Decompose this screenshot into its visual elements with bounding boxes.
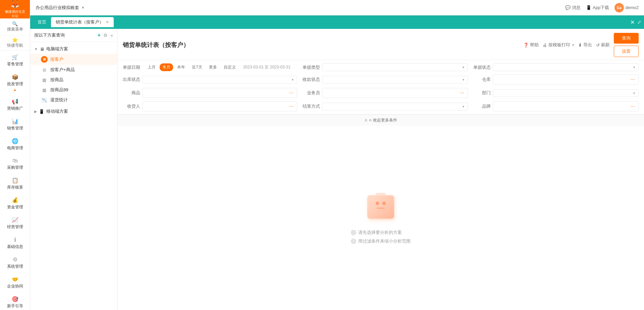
scheme-by-customer-goods[interactable]: ⊞ 按客户+商品 [30, 65, 117, 75]
scheme-return-stat[interactable]: 📉 退货统计 [30, 95, 117, 105]
dept-label: 部门 [473, 90, 491, 96]
empty-face [371, 199, 390, 211]
sidebar-item-wholesale[interactable]: 📦 批发管理 ▲ [0, 70, 30, 95]
left-panel-icons: + ⚙ « [98, 32, 113, 38]
doc-status-arrow: ▾ [633, 65, 635, 69]
dept-select[interactable]: ▾ [493, 89, 639, 97]
warehouse-dots-icon[interactable]: ··· [631, 76, 635, 83]
brand-dots-icon[interactable]: ··· [631, 103, 635, 109]
filter-cell-goods: 商品 ··· [123, 88, 297, 98]
by-customer-icon: 按 [41, 56, 48, 63]
date-tab-custom[interactable]: 自定义 [221, 63, 238, 71]
salesperson-input[interactable]: ··· [322, 88, 468, 98]
consignee-input[interactable]: ··· [142, 101, 297, 111]
sidebar-item-basic-info[interactable]: ℹ 基础信息 [0, 233, 30, 253]
left-panel-header: 按以下方案查询 + ⚙ « [30, 29, 117, 42]
out-status-select[interactable]: ▾ [142, 76, 297, 84]
tab-sales-stat[interactable]: 销货单统计表（按客户） ✕ [51, 17, 114, 27]
sidebar-item-newbie[interactable]: 🎯 新手引导 [0, 293, 30, 310]
by-goods99-icon: ▦ [41, 88, 48, 93]
basic-info-icon: ℹ [14, 237, 16, 243]
date-tab-thismonth[interactable]: 本月 [160, 63, 173, 71]
empty-illustration [361, 192, 401, 225]
scheme-by-goods[interactable]: ▦ 按商品 [30, 75, 117, 85]
search-menu[interactable]: 🔍 搜索菜单 [0, 18, 30, 35]
newbie-icon: 🎯 [12, 296, 18, 302]
by-goods-label: 按商品 [50, 77, 63, 83]
scheme-by-customer[interactable]: 按 按客户 [30, 54, 117, 65]
tip-text-1: 请先选择要分析的方案 [358, 229, 402, 236]
filter-cell-consignee: 收货人 ··· [123, 101, 297, 111]
goods-input[interactable]: ··· [142, 88, 297, 98]
mobile-scheme-root[interactable]: ▶ 📱 移动端方案 [30, 106, 117, 116]
message-btn[interactable]: 💬 消息 [565, 5, 581, 11]
filter-cell-salesperson: 业务员 ··· [303, 88, 468, 98]
settings-button[interactable]: 设置 [614, 46, 639, 57]
sidebar-item-enterprise[interactable]: 🤝 企业协同 [0, 273, 30, 293]
query-button[interactable]: 查询 [614, 33, 639, 44]
settlement-select[interactable]: ▾ [322, 103, 468, 110]
fullscreen-icon[interactable]: ⤢ [637, 19, 641, 25]
sidebar-item-operation[interactable]: 📈 经营管理 [0, 213, 30, 233]
collapse-label: ∧ 收起更多条件 [369, 118, 397, 122]
goods-dots-icon[interactable]: ··· [289, 90, 293, 96]
sidebar-item-sales[interactable]: 📊 销售管理 [0, 115, 30, 135]
refresh-icon: ↺ [596, 43, 600, 48]
topbar-company: 办公用品行业模拟账套 ▾ [36, 5, 84, 11]
desktop-scheme-label: 电脑端方案 [46, 46, 68, 52]
sidebar-item-system[interactable]: ⚙ 系统管理 [0, 253, 30, 273]
print-dropdown-icon[interactable]: ▾ [572, 43, 574, 47]
consignee-dots-icon[interactable]: ··· [289, 103, 293, 109]
app-download-btn[interactable]: 📱 App下载 [586, 5, 609, 11]
scheme-settings-icon[interactable]: ⚙ [103, 33, 108, 38]
out-status-arrow: ▾ [292, 78, 293, 82]
mobile-icon: 📱 [39, 109, 44, 114]
user-menu[interactable]: Ea demo2 [614, 3, 639, 12]
sidebar-item-marketing[interactable]: 📢 营销推广 [0, 95, 30, 115]
sidebar-item-retail[interactable]: 🛒 零售管理 [0, 51, 30, 70]
logo-sub: 标版 [12, 14, 18, 18]
action-buttons-group: 查询 设置 [614, 33, 639, 57]
export-btn[interactable]: ⬇ 导出 [578, 42, 592, 48]
date-tab-7days[interactable]: 近7天 [189, 63, 205, 71]
doc-status-select[interactable]: ▾ [493, 63, 639, 71]
empty-tips: 1 请先选择要分析的方案 2 用过滤条件来缩小分析范围 [351, 229, 411, 244]
marketing-icon: 📢 [12, 98, 18, 105]
tip-num-1: 1 [351, 230, 356, 235]
collapse-panel-icon[interactable]: « [110, 33, 113, 38]
sidebar-item-ecommerce[interactable]: 🌐 电商管理 [0, 135, 30, 154]
help-btn[interactable]: ❓ 帮助 [523, 42, 539, 48]
monitor-icon: 🖥 [40, 47, 44, 52]
desktop-scheme-root[interactable]: ▼ 🖥 电脑端方案 [30, 44, 117, 54]
sidebar-item-inventory[interactable]: 📋 库存核算 [0, 174, 30, 194]
close-main-icon[interactable]: ✕ [630, 19, 635, 25]
system-icon: ⚙ [13, 256, 17, 263]
left-panel-title: 按以下方案查询 [34, 32, 65, 38]
add-scheme-icon[interactable]: + [98, 32, 101, 38]
scheme-by-goods99[interactable]: ▦ 按商品99 [30, 85, 117, 95]
enterprise-icon: 🤝 [12, 276, 18, 282]
doc-type-select[interactable]: ▾ [322, 63, 468, 71]
salesperson-dots-icon[interactable]: ··· [460, 90, 464, 96]
print-btn[interactable]: 🖨 按模板打印 ▾ [543, 42, 574, 48]
quick-nav[interactable]: ⭐ 快捷导航 [0, 35, 30, 51]
pay-status-select[interactable]: ▾ [322, 76, 468, 84]
by-customer-goods-label: 按客户+商品 [50, 67, 75, 73]
by-goods-icon: ▦ [41, 78, 48, 83]
home-tab-label: 首页 [38, 19, 46, 25]
date-tab-thisyear[interactable]: 本年 [174, 63, 188, 71]
company-dropdown-icon[interactable]: ▾ [82, 5, 84, 10]
sidebar-item-finance[interactable]: 💰 资金管理 [0, 194, 30, 213]
filter-cell-docstatus: 单据状态 ▾ [473, 63, 639, 71]
brand-input[interactable]: ··· [493, 101, 639, 111]
sidebar-item-purchase[interactable]: 🛍 采购管理 [0, 154, 30, 174]
refresh-btn[interactable]: ↺ 刷新 [596, 42, 610, 48]
tab-home[interactable]: 首页 [33, 17, 51, 27]
date-tab-lastmonth[interactable]: 上月 [145, 63, 158, 71]
collapse-bar[interactable]: ∧ ∧ 收起更多条件 [117, 114, 644, 126]
date-tab-more[interactable]: 更多 [206, 63, 220, 71]
tab-close-icon[interactable]: ✕ [106, 20, 109, 24]
tree-arrow-right-icon: ▶ [34, 109, 37, 114]
warehouse-label: 仓库 [473, 76, 491, 83]
warehouse-input[interactable]: ··· [493, 74, 639, 85]
